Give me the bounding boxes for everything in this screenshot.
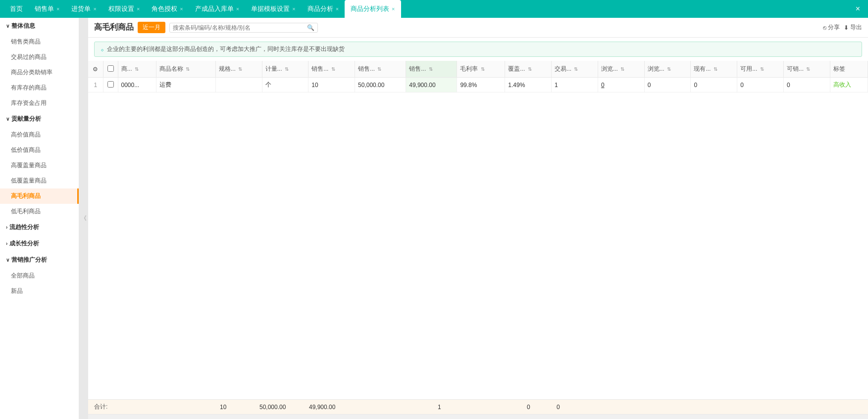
top-nav: 首页 销售单 × 进货单 × 权限设置 × 角色授权 × 产成品入库单 × 单据… (0, 0, 868, 18)
col-sale-amount[interactable]: 销售... ⇅ (355, 61, 406, 78)
col-browse2[interactable]: 浏览... ⇅ (644, 61, 691, 78)
tag-badge: 高收入 (833, 81, 851, 88)
data-table: ⚙ 商... ⇅ 商品名称 ⇅ 规格... ⇅ 计量... ⇅ 销售... ⇅ … (88, 61, 868, 93)
col-gross-rate[interactable]: 毛利率 ⇅ (457, 61, 505, 78)
action-buttons: ⎋ 分享 ⬇ 导出 (823, 23, 862, 32)
cell-tag: 高收入 (830, 78, 868, 93)
search-input[interactable] (173, 24, 307, 31)
col-sale-qty[interactable]: 销售... ⇅ (308, 61, 355, 78)
footer-label: 合计: (88, 403, 217, 411)
footer-transaction: 1 (435, 404, 464, 411)
col-current[interactable]: 现有... ⇅ (691, 61, 737, 78)
arrow-contribution: ∨ (6, 116, 9, 122)
sidebar-group-contribution[interactable]: ∨ 贡献量分析 (0, 111, 79, 127)
nav-product-analysis-list[interactable]: 商品分析列表 × (345, 0, 401, 18)
table-scrollbar[interactable] (88, 414, 868, 419)
col-checkbox (103, 61, 118, 78)
info-text: 企业的主要的利润都是这部分商品创造的，可考虑加大推广，同时关注库存是不要出现缺货 (107, 45, 345, 53)
sidebar-item-category-rate[interactable]: 商品分类助销率 (0, 65, 79, 80)
cell-gross-rate: 99.8% (457, 78, 505, 93)
window-close-button[interactable]: × (852, 4, 864, 13)
arrow-growth: › (6, 241, 7, 246)
sidebar-item-sales-products[interactable]: 销售类商品 (0, 34, 79, 49)
footer-sale-qty: 10 (217, 404, 256, 411)
cell-coverage: 1.49% (505, 78, 552, 93)
cell-browse1: 0 (598, 78, 644, 93)
sidebar-item-in-stock[interactable]: 有库存的商品 (0, 80, 79, 95)
sidebar-toggle[interactable]: 《 (79, 18, 88, 419)
footer-coverage (395, 404, 435, 411)
col-transaction[interactable]: 交易... ⇅ (552, 61, 598, 78)
export-button[interactable]: ⬇ 导出 (844, 23, 862, 32)
sidebar-item-all-products[interactable]: 全部商品 (0, 268, 79, 283)
nav-home[interactable]: 首页 (4, 0, 29, 18)
close-sales-order[interactable]: × (56, 6, 59, 12)
arrow-trend: › (6, 225, 7, 230)
cell-sale-cost: 49,900.00 (406, 78, 457, 93)
nav-template[interactable]: 单据模板设置 × (245, 0, 301, 18)
share-icon: ⎋ (823, 24, 826, 31)
col-saleable[interactable]: 可销... ⇅ (784, 61, 830, 78)
col-code[interactable]: 商... ⇅ (118, 61, 156, 78)
sidebar-item-new-products[interactable]: 新品 (0, 283, 79, 299)
sidebar-item-low-coverage[interactable]: 低覆盖量商品 (0, 173, 79, 188)
col-name[interactable]: 商品名称 ⇅ (156, 61, 215, 78)
cell-sale-amount: 50,000.00 (355, 78, 406, 93)
info-banner: ⬦ 企业的主要的利润都是这部分商品创造的，可考虑加大推广，同时关注库存是不要出现… (94, 42, 862, 57)
col-available[interactable]: 可用... ⇅ (737, 61, 784, 78)
col-settings[interactable]: ⚙ (88, 61, 103, 78)
close-template[interactable]: × (292, 6, 295, 12)
sidebar-group-growth[interactable]: › 成长性分析 (0, 235, 79, 252)
nav-permission[interactable]: 权限设置 × (102, 0, 146, 18)
sidebar-item-high-value[interactable]: 高价值商品 (0, 127, 79, 142)
sidebar-item-high-coverage[interactable]: 高覆盖量商品 (0, 158, 79, 173)
close-product-analysis[interactable]: × (336, 6, 339, 12)
share-button[interactable]: ⎋ 分享 (823, 23, 840, 32)
cell-row-num: 1 (88, 78, 103, 93)
filter-recent-month[interactable]: 近一月 (138, 22, 165, 33)
sidebar-group-trend[interactable]: › 流趋性分析 (0, 219, 79, 235)
col-sale-cost[interactable]: 销售... ⇅ (406, 61, 457, 78)
sidebar-group-marketing[interactable]: ∨ 营销推广分析 (0, 252, 79, 268)
col-tag[interactable]: 标签 (830, 61, 868, 78)
cell-saleable: 0 (784, 78, 830, 93)
table-wrapper[interactable]: ⚙ 商... ⇅ 商品名称 ⇅ 规格... ⇅ 计量... ⇅ 销售... ⇅ … (88, 61, 868, 399)
search-box: 🔍 (169, 23, 318, 33)
cell-code: 0000... (118, 78, 156, 93)
nav-role[interactable]: 角色授权 × (146, 0, 189, 18)
sidebar-group-overall[interactable]: ∨ 整体信息 (0, 18, 79, 34)
footer-cells: 10 50,000.00 49,900.00 1 0 0 (217, 404, 868, 411)
arrow-overall: ∨ (6, 23, 9, 29)
close-role[interactable]: × (180, 6, 183, 12)
browse1-link[interactable]: 0 (601, 82, 605, 89)
export-icon: ⬇ (844, 24, 849, 31)
footer-current: 0 (524, 404, 554, 411)
select-all-checkbox[interactable] (107, 65, 114, 72)
col-unit[interactable]: 计量... ⇅ (262, 61, 308, 78)
sidebar-item-low-value[interactable]: 低价值商品 (0, 142, 79, 158)
table-row: 1 0000... 运费 个 10 50,000.00 49,900.00 99… (88, 78, 868, 93)
sidebar-item-stock-capital[interactable]: 库存资金占用 (0, 95, 79, 111)
content-area: 高毛利商品 近一月 🔍 ⎋ 分享 ⬇ 导出 ⬦ 企业的主要的利润都是这部分商品创… (88, 18, 868, 419)
arrow-marketing: ∨ (6, 257, 9, 263)
cell-browse2: 0 (644, 78, 691, 93)
close-product-analysis-list[interactable]: × (392, 6, 395, 12)
nav-purchase[interactable]: 进货单 × (65, 0, 102, 18)
nav-product-analysis[interactable]: 商品分析 × (302, 0, 345, 18)
row-checkbox-0[interactable] (107, 81, 114, 88)
main-layout: ∨ 整体信息 销售类商品 交易过的商品 商品分类助销率 有库存的商品 库存资金占… (0, 18, 868, 419)
nav-sales-order[interactable]: 销售单 × (29, 0, 65, 18)
search-icon[interactable]: 🔍 (307, 24, 314, 31)
close-purchase[interactable]: × (93, 6, 96, 12)
close-product-inbound[interactable]: × (236, 6, 239, 12)
col-spec[interactable]: 规格... ⇅ (215, 61, 262, 78)
footer-sale-amount: 50,000.00 (256, 404, 306, 411)
sidebar-item-low-margin[interactable]: 低毛利商品 (0, 204, 79, 219)
sidebar-item-traded[interactable]: 交易过的商品 (0, 49, 79, 65)
sidebar-item-high-margin[interactable]: 高毛利商品 (0, 188, 79, 204)
footer-sale-cost: 49,900.00 (306, 404, 356, 411)
close-permission[interactable]: × (137, 6, 140, 12)
col-coverage[interactable]: 覆盖... ⇅ (505, 61, 552, 78)
nav-product-inbound[interactable]: 产成品入库单 × (189, 0, 245, 18)
col-browse1[interactable]: 浏览... ⇅ (598, 61, 644, 78)
